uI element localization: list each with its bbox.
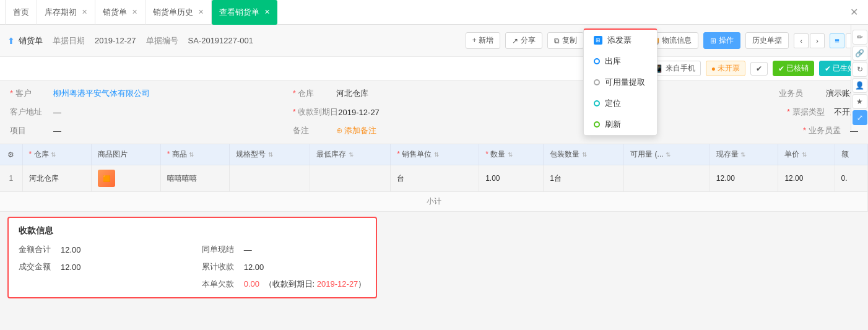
refresh-item[interactable]: 刷新 [584,114,657,135]
tab-home[interactable]: 首页 [5,0,37,25]
product-image: 🟧 [98,170,115,187]
subtotal-label: 小计 [0,192,868,212]
col-product[interactable]: * 商品 ⇅ [160,144,230,165]
tab-inventory-init[interactable]: 库存期初 ✕ [37,0,95,25]
right-expand-button[interactable]: ⤢ [853,110,867,125]
doc-type-label: 销货单 [19,35,43,46]
transaction-row: 成交金额 12.00 [19,261,183,272]
form-section: 客户 柳州粤港平安气体有限公司 仓库 河北仓库 业务员 演示账号 客户地址 — … [0,80,868,144]
customer-value[interactable]: 柳州粤港平安气体有限公司 [53,88,150,99]
check-icon: ✔ [756,64,762,73]
col-min-stock[interactable]: 最低库存 ⇅ [310,144,391,165]
tab-sales-order[interactable]: 销货单 ✕ [95,0,145,25]
operate-button[interactable]: ⊞ 操作 [703,32,740,49]
add-invoice-item[interactable]: ⊞ 添发票 [584,30,657,51]
locate-label: 定位 [605,98,621,109]
right-star-button[interactable]: ★ [853,94,867,109]
from-phone-label: 来自手机 [666,63,695,74]
right-user-button[interactable]: 👤 [853,78,867,93]
row-warehouse: 河北仓库 [22,165,92,192]
tab-inventory-close[interactable]: ✕ [82,8,87,16]
col-unit-price[interactable]: 单价 ⇅ [778,144,835,165]
tab-view-sales-close[interactable]: ✕ [264,8,270,16]
logistics-label: 物流信息 [662,35,692,46]
number-value: SA-20191227-001 [188,36,254,45]
prev-button[interactable]: ‹ [794,33,809,48]
note-add-button[interactable]: ⊕ 添加备注 [336,125,377,136]
staff-label: 业务员 [779,88,822,99]
warehouse-label: 仓库 [293,88,336,99]
history-label: 历史单据 [752,35,782,46]
available-qty-icon [594,79,600,85]
doc-toolbar: ⬆ 销货单 单据日期 2019-12-27 单据编号 SA-20191227-0… [0,25,868,57]
operate-label: 操作 [719,35,734,46]
summary-grid: 金额合计 12.00 同单现结 — 成交金额 12.00 累计收款 12.00 [19,244,366,290]
same-order-label: 同单现结 [202,244,239,255]
right-rotate-button[interactable]: ↻ [853,62,867,77]
total-amount-value: 12.00 [61,245,81,254]
toolbar-actions: + 新增 ↗ 分享 ⧉ 复制 🖨 打印 ▾ 🚚 物流信息 ⊞ [466,30,861,51]
col-qty[interactable]: * 数量 ⇅ [479,144,544,165]
row-product-img: 🟧 [92,165,161,192]
current-owe-row: 本单欠款 0.00 （收款到期日: 2019-12-27） [202,279,367,290]
window-close-button[interactable]: ✕ [845,6,863,18]
copy-button[interactable]: ⧉ 复制 [547,32,584,49]
payment-date-label: 收款到期日 [293,106,339,118]
new-button[interactable]: + 新增 [466,32,500,49]
next-button[interactable]: › [810,33,825,48]
current-owe-label: 本单欠款 [202,279,239,290]
col-pack-qty[interactable]: 包装数量 ⇅ [544,144,624,165]
date-label: 单据日期 [53,35,85,46]
share-icon: ↗ [512,37,518,45]
doc-title-section: ⬆ 销货单 [7,35,43,46]
form-row-2: 客户地址 — 收款到期日 2019-12-27 票据类型 不开票 [10,106,858,118]
due-date-label: 收款到期日 [272,279,313,289]
share-button[interactable]: ↗ 分享 [505,32,542,49]
number-label: 单据编号 [146,35,178,46]
tab-sales-close[interactable]: ✕ [132,8,137,16]
not-open-dot: ● [711,64,716,73]
same-order-value: — [244,245,252,254]
tab-sales-history[interactable]: 销货单历史 ✕ [145,0,212,25]
add-invoice-label: 添发票 [607,35,631,46]
col-product-img: 商品图片 [92,144,161,165]
note-label: 备注 [293,125,336,136]
col-warehouse[interactable]: * 仓库 ⇅ [22,144,92,165]
warehouse-out-item[interactable]: 出库 [584,51,657,72]
row-spec [230,165,310,192]
history-button[interactable]: 历史单据 [745,32,789,49]
locate-item[interactable]: 定位 [584,93,657,114]
warehouse-value: 河北仓库 [336,88,368,99]
doc-type-icon: ⬆ [7,36,15,46]
summary-section: 收款信息 金额合计 12.00 同单现结 — 成交金额 12.00 累计收款 1… [7,217,377,298]
effective-check-icon: ✔ [825,64,831,73]
warehouse-out-icon [594,58,600,64]
customer-label: 客户 [10,88,53,99]
available-qty-item[interactable]: 可用量提取 [584,72,657,93]
tab-history-close[interactable]: ✕ [198,8,204,16]
date-value: 2019-12-27 [95,36,136,45]
add-invoice-icon: ⊞ [594,36,602,45]
share-label: 分享 [521,35,536,46]
verified-check-icon: ✔ [778,64,784,73]
col-stock[interactable]: 现存量 ⇅ [710,144,778,165]
tab-home-label: 首页 [13,7,29,18]
project-label: 项目 [10,125,53,136]
right-link-button[interactable]: 🔗 [853,46,867,61]
col-settings[interactable]: ⚙ [0,144,22,165]
verified-icon-btn[interactable]: ✔ [750,62,768,76]
right-edit-button[interactable]: ✏ [853,30,867,45]
col-available[interactable]: 可用量 (... ⇅ [624,144,710,165]
verified-button[interactable]: ✔ 已核销 [773,61,814,76]
locate-icon [594,100,600,106]
current-owe-value: 0.00 （收款到期日: 2019-12-27） [244,279,367,290]
not-open-button[interactable]: ● 未开票 [706,61,745,76]
address-value: — [53,108,61,117]
col-spec[interactable]: 规格型号 ⇅ [230,144,310,165]
product-table-wrapper: ⚙ * 仓库 ⇅ 商品图片 * 商品 ⇅ 规格型号 ⇅ 最低库存 ⇅ * 销售单… [0,144,868,212]
tab-view-sales[interactable]: 查看销货单 ✕ [212,0,277,25]
list-view-button[interactable]: ≡ [830,33,844,48]
customer-field: 客户 柳州粤港平安气体有限公司 [10,88,293,99]
col-unit[interactable]: * 销售单位 ⇅ [391,144,479,165]
verified-label: 已核销 [786,63,809,74]
